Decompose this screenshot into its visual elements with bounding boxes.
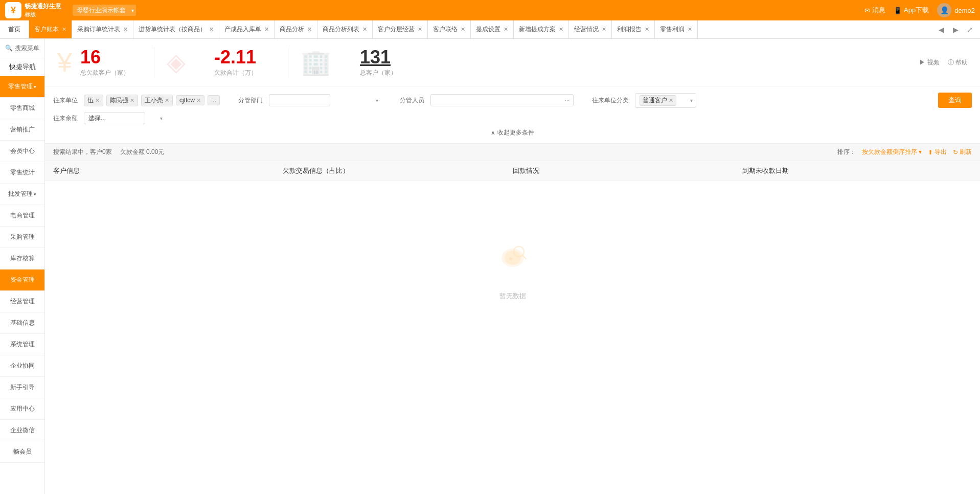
tab-customer-layer[interactable]: 客户分层经营 ✕: [373, 20, 428, 39]
sidebar-item-newbie-guide[interactable]: 新手引导: [0, 377, 44, 398]
unit-tags: 伍 ✕ 陈民强 ✕ 王小亮 ✕ cjttcw ✕: [84, 95, 220, 106]
tab-close-profit-report[interactable]: ✕: [645, 26, 649, 33]
export-btn[interactable]: ⬆ 导出: [928, 148, 947, 156]
sidebar-item-app-center[interactable]: 应用中心: [0, 398, 44, 420]
tag-close-wang[interactable]: ✕: [165, 97, 169, 104]
filter-tag-wang[interactable]: 王小亮 ✕: [141, 95, 173, 106]
table-empty-state: 暂无数据: [45, 181, 980, 352]
tab-actions: ◀ ▶ ⤢: [931, 24, 980, 36]
query-button[interactable]: 查询: [938, 93, 972, 108]
tab-close-goods-analysis[interactable]: ✕: [307, 26, 312, 33]
sidebar-quick-nav[interactable]: 快捷导航: [0, 58, 44, 76]
divider-2: 🏢: [288, 47, 339, 78]
sidebar-item-system-mgmt[interactable]: 系统管理: [0, 334, 44, 355]
sidebar-item-basic-info[interactable]: 基础信息: [0, 312, 44, 334]
avatar: 👤: [937, 3, 951, 17]
tab-retail-profit[interactable]: 零售利润 ✕: [655, 20, 698, 39]
tab-business-status[interactable]: 经营情况 ✕: [569, 20, 612, 39]
dept-select[interactable]: [269, 94, 330, 106]
tab-close-purchase-goods[interactable]: ✕: [209, 26, 214, 33]
empty-text: 暂无数据: [499, 291, 526, 301]
tab-close-customer-contact[interactable]: ✕: [461, 26, 465, 33]
person-input-icon: ···: [565, 97, 569, 103]
sidebar-item-marketing[interactable]: 营销推广: [0, 119, 44, 141]
empty-illustration: [492, 232, 533, 281]
sidebar-search[interactable]: 🔍 搜索菜单: [0, 39, 44, 58]
tab-close-product-stock[interactable]: ✕: [264, 26, 269, 33]
user-menu-btn[interactable]: 👤 demo2: [937, 3, 975, 17]
sidebar-item-ecommerce[interactable]: 电商管理: [0, 205, 44, 227]
refresh-btn[interactable]: ↻ 刷新: [953, 148, 972, 156]
sidebar: 🔍 搜索菜单 快捷导航 零售管理 ▾ 零售商城 营销推广 会员中心: [0, 39, 45, 494]
tab-close-commission[interactable]: ✕: [504, 26, 508, 33]
sidebar-item-enterprise-wechat[interactable]: 企业微信: [0, 420, 44, 441]
sidebar-item-member-center[interactable]: 会员中心: [0, 141, 44, 162]
message-icon: ✉: [864, 7, 870, 14]
stat-debt-customers: 16 总欠款客户（家）: [80, 48, 129, 77]
sidebar-item-fund-mgmt[interactable]: 资金管理: [0, 270, 44, 291]
tab-purchase-order-stat[interactable]: 采购订单统计表 ✕: [72, 20, 133, 39]
tab-close-goods-analysis-list[interactable]: ✕: [362, 26, 367, 33]
stats-bar-actions: ▶ 视频 ⓘ 帮助: [919, 58, 968, 67]
tag-close-wu[interactable]: ✕: [95, 97, 100, 104]
tab-close-business-status[interactable]: ✕: [602, 26, 606, 33]
tab-close-purchase-order[interactable]: ✕: [123, 26, 128, 33]
filter-tag-wu[interactable]: 伍 ✕: [84, 95, 103, 106]
person-input-wrap[interactable]: ···: [430, 94, 574, 106]
unit-category-wrap[interactable]: 普通客户 ✕ ▾: [635, 93, 696, 108]
tag-close-cjttcw[interactable]: ✕: [196, 97, 201, 104]
tab-goods-analysis[interactable]: 商品分析 ✕: [275, 20, 317, 39]
tab-close-customer-layer[interactable]: ✕: [418, 26, 422, 33]
nav-tabs-bar: 首页 客户账本 ✕ 采购订单统计表 ✕ 进货单统计表（按商品） ✕ 产成品入库单…: [0, 20, 980, 39]
tab-purchase-goods-stat[interactable]: 进货单统计表（按商品） ✕: [133, 20, 219, 39]
unit-category-label: 往来单位分类: [592, 96, 629, 105]
sidebar-item-purchase[interactable]: 采购管理: [0, 227, 44, 248]
person-input[interactable]: [430, 94, 574, 106]
tab-customer-contact[interactable]: 客户联络 ✕: [428, 20, 471, 39]
sort-by-debt-btn[interactable]: 按欠款金额倒序排序 ▾: [862, 148, 922, 156]
sidebar-item-business-mgmt[interactable]: 经营管理: [0, 291, 44, 312]
sidebar-item-retail-stats[interactable]: 零售统计: [0, 162, 44, 184]
person-label: 分管人员: [400, 96, 424, 105]
filter-tag-cjttcw[interactable]: cjttcw ✕: [176, 95, 204, 105]
tab-goods-analysis-list[interactable]: 商品分析列表 ✕: [317, 20, 373, 39]
tab-close-add-commission[interactable]: ✕: [559, 26, 563, 33]
collapse-btn[interactable]: ∧ 收起更多条件: [491, 128, 534, 137]
tab-next-btn[interactable]: ▶: [949, 24, 962, 36]
tab-product-stock-in[interactable]: 产成品入库单 ✕: [219, 20, 275, 39]
sidebar-item-chang-member[interactable]: 畅会员: [0, 441, 44, 463]
app-download-btn[interactable]: 📱 App下载: [894, 6, 929, 15]
message-btn[interactable]: ✉ 消息: [864, 6, 885, 15]
video-btn[interactable]: ▶ 视频: [919, 58, 939, 67]
sidebar-item-wholesale-mgmt[interactable]: 批发管理 ▾: [0, 184, 44, 205]
tag-close-chen[interactable]: ✕: [130, 97, 134, 104]
sidebar-item-enterprise-collab[interactable]: 企业协同: [0, 355, 44, 377]
tab-commission-settings[interactable]: 提成设置 ✕: [471, 20, 514, 39]
export-icon: ⬆: [928, 149, 933, 156]
unit-category-arrow: ▾: [690, 98, 693, 103]
filter-row-2: 往来余额 选择...: [53, 112, 972, 124]
tab-close-customer-book[interactable]: ✕: [62, 26, 66, 33]
industry-selector-wrap[interactable]: 母婴行业演示帐套 ▾: [73, 5, 136, 16]
tab-profit-report[interactable]: 利润报告 ✕: [612, 20, 655, 39]
debt-amount-text: 欠款金额 0.00元: [120, 148, 165, 156]
filter-tag-more[interactable]: ...: [208, 95, 220, 105]
unit-category-tag-close[interactable]: ✕: [669, 97, 673, 104]
stat-debt-total: -2.11 欠款合计（万）: [214, 48, 257, 77]
sidebar-item-inventory[interactable]: 库存核算: [0, 248, 44, 270]
tab-customer-book[interactable]: 客户账本 ✕: [29, 20, 72, 39]
tab-expand-btn[interactable]: ⤢: [964, 24, 976, 36]
balance-select-wrap[interactable]: 选择...: [84, 112, 166, 124]
help-btn[interactable]: ⓘ 帮助: [948, 58, 968, 67]
dept-select-wrap[interactable]: [269, 94, 381, 106]
balance-select[interactable]: 选择...: [84, 112, 145, 124]
tab-prev-btn[interactable]: ◀: [935, 24, 947, 36]
industry-select[interactable]: 母婴行业演示帐套: [73, 5, 136, 16]
sidebar-item-retail-mgmt[interactable]: 零售管理 ▾: [0, 76, 44, 98]
sidebar-item-retail-mall[interactable]: 零售商城: [0, 98, 44, 119]
tab-home[interactable]: 首页: [0, 20, 29, 39]
col-due-date: 到期未收款日期: [742, 166, 972, 175]
tab-close-retail-profit[interactable]: ✕: [688, 26, 692, 33]
tab-add-commission[interactable]: 新增提成方案 ✕: [514, 20, 569, 39]
filter-tag-chen[interactable]: 陈民强 ✕: [106, 95, 138, 106]
